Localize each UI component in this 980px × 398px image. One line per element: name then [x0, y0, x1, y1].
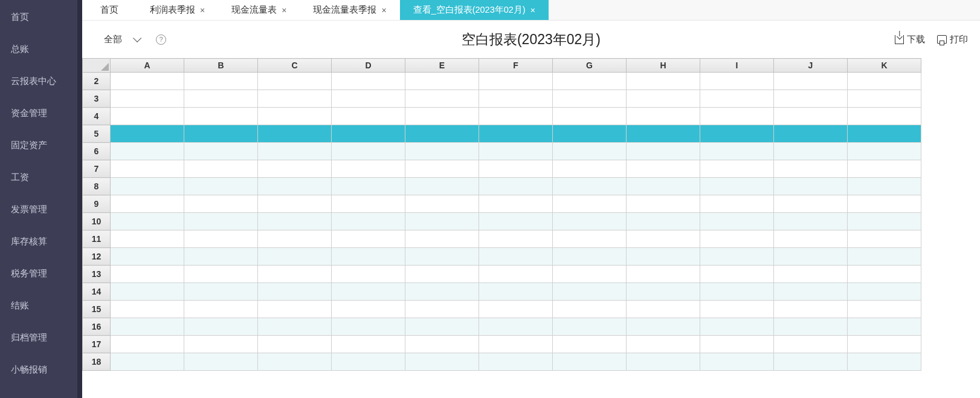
column-header[interactable]: I [700, 59, 774, 73]
cell[interactable] [184, 90, 258, 108]
column-header[interactable]: B [184, 59, 258, 73]
cell[interactable] [848, 301, 921, 318]
cell[interactable] [184, 283, 258, 301]
cell[interactable] [332, 266, 405, 283]
cell[interactable] [700, 73, 774, 90]
close-icon[interactable]: × [530, 5, 535, 15]
cell[interactable] [627, 301, 700, 318]
cell[interactable] [332, 125, 405, 143]
cell[interactable] [405, 336, 479, 353]
cell[interactable] [774, 195, 848, 213]
cell[interactable] [627, 353, 700, 371]
column-header[interactable]: G [553, 59, 627, 73]
tab[interactable]: 现金流量表× [218, 0, 300, 20]
cell[interactable] [700, 353, 774, 371]
cell[interactable] [553, 90, 627, 108]
row-header[interactable]: 2 [83, 73, 111, 90]
column-header[interactable]: C [258, 59, 332, 73]
cell[interactable] [848, 213, 921, 230]
cell[interactable] [553, 178, 627, 195]
cell[interactable] [332, 73, 405, 90]
cell[interactable] [184, 301, 258, 318]
cell[interactable] [258, 73, 332, 90]
sidebar-item[interactable]: 小畅报销 [0, 354, 77, 386]
cell[interactable] [553, 248, 627, 266]
download-button[interactable]: 下载 [895, 34, 925, 45]
cell[interactable] [627, 160, 700, 178]
cell[interactable] [258, 195, 332, 213]
tab[interactable]: 现金流量表季报× [300, 0, 399, 20]
cell[interactable] [700, 248, 774, 266]
cell[interactable] [553, 353, 627, 371]
cell[interactable] [111, 266, 184, 283]
cell[interactable] [700, 336, 774, 353]
sidebar-item[interactable]: 归档管理 [0, 322, 77, 354]
cell[interactable] [700, 301, 774, 318]
cell[interactable] [479, 160, 553, 178]
cell[interactable] [111, 195, 184, 213]
cell[interactable] [479, 301, 553, 318]
cell[interactable] [184, 143, 258, 160]
cell[interactable] [184, 353, 258, 371]
cell[interactable] [332, 301, 405, 318]
row-header[interactable]: 6 [83, 143, 111, 160]
cell[interactable] [258, 301, 332, 318]
cell[interactable] [700, 195, 774, 213]
cell[interactable] [258, 143, 332, 160]
cell[interactable] [184, 230, 258, 248]
cell[interactable] [258, 283, 332, 301]
cell[interactable] [479, 73, 553, 90]
cell[interactable] [700, 143, 774, 160]
cell[interactable] [700, 178, 774, 195]
cell[interactable] [258, 125, 332, 143]
cell[interactable] [848, 336, 921, 353]
sidebar-item[interactable]: 总账 [0, 33, 77, 65]
column-header[interactable]: H [627, 59, 700, 73]
column-header[interactable]: D [332, 59, 405, 73]
cell[interactable] [405, 125, 479, 143]
cell[interactable] [848, 283, 921, 301]
cell[interactable] [258, 353, 332, 371]
cell[interactable] [332, 160, 405, 178]
cell[interactable] [627, 283, 700, 301]
cell[interactable] [479, 108, 553, 125]
cell[interactable] [111, 230, 184, 248]
cell[interactable] [405, 301, 479, 318]
cell[interactable] [258, 248, 332, 266]
cell[interactable] [479, 143, 553, 160]
cell[interactable] [405, 178, 479, 195]
cell[interactable] [258, 213, 332, 230]
cell[interactable] [553, 108, 627, 125]
cell[interactable] [111, 125, 184, 143]
row-header[interactable]: 12 [83, 248, 111, 266]
cell[interactable] [627, 73, 700, 90]
cell[interactable] [405, 353, 479, 371]
cell[interactable] [848, 143, 921, 160]
cell[interactable] [258, 178, 332, 195]
cell[interactable] [774, 353, 848, 371]
cell[interactable] [479, 266, 553, 283]
sidebar-item[interactable]: 首页 [0, 1, 77, 33]
help-icon[interactable]: ? [156, 34, 166, 45]
cell[interactable] [405, 108, 479, 125]
sidebar-item[interactable]: 库存核算 [0, 226, 77, 258]
cell[interactable] [258, 336, 332, 353]
sidebar-item[interactable]: 结账 [0, 290, 77, 322]
cell[interactable] [479, 125, 553, 143]
cell[interactable] [479, 318, 553, 336]
sidebar-item[interactable]: 工资 [0, 161, 77, 194]
row-header[interactable]: 13 [83, 266, 111, 283]
column-header[interactable]: K [848, 59, 921, 73]
cell[interactable] [332, 195, 405, 213]
cell[interactable] [774, 336, 848, 353]
cell[interactable] [848, 230, 921, 248]
cell[interactable] [111, 73, 184, 90]
cell[interactable] [848, 353, 921, 371]
cell[interactable] [774, 108, 848, 125]
cell[interactable] [405, 248, 479, 266]
row-header[interactable]: 9 [83, 195, 111, 213]
cell[interactable] [184, 178, 258, 195]
cell[interactable] [774, 213, 848, 230]
sidebar-item[interactable]: 税务管理 [0, 258, 77, 290]
row-header[interactable]: 4 [83, 108, 111, 125]
